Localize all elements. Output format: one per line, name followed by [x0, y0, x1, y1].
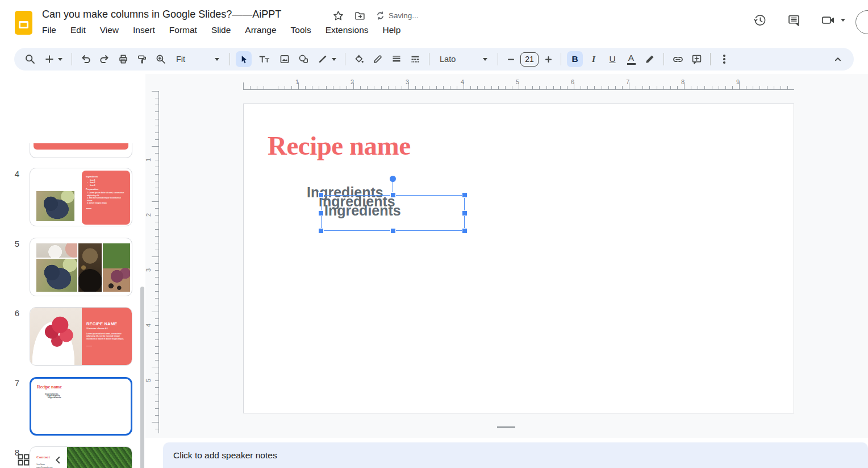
ruler-number: 3: [145, 268, 152, 272]
ruler-number: 1: [145, 158, 152, 161]
zoom-icon[interactable]: [153, 51, 169, 67]
menu-insert[interactable]: Insert: [133, 25, 155, 35]
notes-resize-handle[interactable]: [497, 426, 515, 428]
panel-step: Lorem ipsum dolor sit amet, consectetur …: [87, 192, 126, 197]
zoom-select[interactable]: Fit: [172, 51, 224, 67]
select-tool-button[interactable]: [236, 51, 252, 67]
bold-button[interactable]: B: [567, 51, 583, 67]
insert-line-caret-icon[interactable]: [332, 58, 336, 61]
version-history-icon[interactable]: [753, 13, 767, 28]
more-options-icon[interactable]: [716, 51, 732, 67]
new-slide-caret-icon[interactable]: [58, 58, 62, 61]
collapse-filmstrip-icon[interactable]: [53, 455, 63, 465]
star-icon[interactable]: [332, 10, 344, 22]
ruler-number: 8: [681, 78, 685, 85]
paint-format-icon[interactable]: [134, 51, 150, 67]
saving-label: Saving...: [389, 11, 419, 20]
menu-tools[interactable]: Tools: [291, 25, 311, 35]
slide-thumbnail-3-partial[interactable]: [30, 143, 132, 158]
border-weight-icon[interactable]: [389, 51, 404, 67]
resize-handle-n[interactable]: [391, 193, 395, 197]
slide-thumbnail-4[interactable]: Ingredients Item 1 Item 2 Item 3 Prepara…: [30, 168, 132, 226]
slide-thumbnail-6[interactable]: RECIPE NAME 20 minutes • Serves 4-6 Lore…: [30, 307, 132, 366]
ruler-number: 2: [350, 78, 354, 85]
thumb-slide-title: Recipe name: [37, 384, 62, 390]
menu-file[interactable]: File: [42, 25, 56, 35]
ruler-number: 4: [145, 324, 152, 327]
resize-handle-nw[interactable]: [319, 193, 323, 197]
insert-line-button[interactable]: [314, 51, 339, 67]
fill-color-icon[interactable]: [351, 51, 367, 67]
text-box-selection[interactable]: [321, 195, 465, 231]
menu-slide[interactable]: Slide: [211, 25, 231, 35]
grid-view-icon[interactable]: [17, 453, 30, 466]
increase-font-size-button[interactable]: [541, 51, 555, 67]
video-call-caret-icon[interactable]: [841, 19, 845, 22]
zoom-caret-icon: [215, 58, 219, 61]
menu-edit[interactable]: Edit: [70, 25, 86, 35]
ruler-number: 4: [461, 78, 464, 85]
resize-handle-se[interactable]: [462, 229, 467, 233]
slide-number: 4: [10, 169, 24, 179]
menu-arrange[interactable]: Arrange: [245, 25, 276, 35]
italic-button[interactable]: I: [586, 51, 602, 67]
account-avatar[interactable]: [856, 10, 868, 34]
menu-extensions[interactable]: Extensions: [326, 25, 369, 35]
highlight-color-icon[interactable]: [642, 51, 658, 67]
border-color-icon[interactable]: [370, 51, 386, 67]
document-title[interactable]: Can you make columns in Google Slides?——…: [42, 9, 281, 20]
panel-heading: Ingredients: [86, 175, 126, 178]
zoom-value: Fit: [176, 55, 185, 64]
text-box-icon[interactable]: [254, 51, 274, 67]
vegetables-image: [103, 243, 130, 292]
slide-thumbnail-7-selected[interactable]: Recipe name Ingredients Ingredients Ingr…: [30, 377, 132, 436]
underline-button[interactable]: U: [604, 51, 620, 67]
speaker-notes[interactable]: Click to add speaker notes: [163, 442, 868, 468]
panel-item: Item 3: [87, 184, 126, 187]
add-comment-icon[interactable]: [688, 51, 704, 67]
insert-image-icon[interactable]: [277, 51, 293, 67]
slide-number: 7: [10, 378, 24, 388]
grapes-image: [36, 191, 74, 221]
slide-thumbnail-5[interactable]: [30, 238, 132, 296]
insert-shape-icon[interactable]: [295, 51, 311, 67]
rotation-handle[interactable]: [390, 176, 396, 182]
slide-title-text[interactable]: Recipe name: [268, 130, 411, 161]
menu-help[interactable]: Help: [383, 25, 401, 35]
ruler-number: 6: [571, 78, 574, 85]
filmstrip-scrollbar[interactable]: [140, 287, 144, 468]
menu-view[interactable]: View: [100, 25, 119, 35]
ruler-number: 9: [736, 78, 740, 85]
redo-button[interactable]: [97, 51, 112, 67]
text-color-button[interactable]: A: [623, 51, 639, 67]
ruler-number: 1: [295, 78, 299, 85]
font-size-input[interactable]: [520, 52, 539, 67]
font-family-select[interactable]: Lato: [435, 51, 492, 67]
thumb-text: name@example.com: [36, 466, 52, 468]
insert-link-icon[interactable]: [670, 51, 686, 67]
resize-handle-e[interactable]: [462, 211, 467, 216]
print-icon[interactable]: [115, 51, 131, 67]
panel-heading: Preparation: [86, 188, 126, 190]
undo-button[interactable]: [78, 51, 94, 67]
decrease-font-size-button[interactable]: [504, 51, 518, 67]
google-slides-app: Can you make columns in Google Slides?——…: [0, 0, 868, 468]
search-menus-icon[interactable]: [22, 51, 38, 67]
recipe-title-panel: RECIPE NAME 20 minutes • Serves 4-6 Lore…: [82, 308, 132, 365]
thumb-text: Ingredients: [48, 396, 61, 399]
collapse-toolbar-icon[interactable]: [830, 51, 846, 67]
sync-icon: [375, 11, 385, 20]
resize-handle-sw[interactable]: [319, 229, 323, 233]
resize-handle-w[interactable]: [319, 211, 323, 216]
resize-handle-s[interactable]: [391, 229, 395, 233]
border-dash-icon[interactable]: [407, 51, 423, 67]
comments-icon[interactable]: [787, 13, 801, 27]
menu-format[interactable]: Format: [169, 25, 197, 35]
top-bar: Can you make columns in Google Slides?——…: [0, 0, 868, 44]
saving-status[interactable]: Saving...: [375, 11, 419, 20]
resize-handle-ne[interactable]: [462, 193, 467, 197]
move-folder-icon[interactable]: [354, 10, 366, 22]
slides-logo-icon[interactable]: [15, 11, 32, 35]
video-call-icon[interactable]: [820, 13, 836, 28]
new-slide-button[interactable]: [41, 51, 66, 67]
